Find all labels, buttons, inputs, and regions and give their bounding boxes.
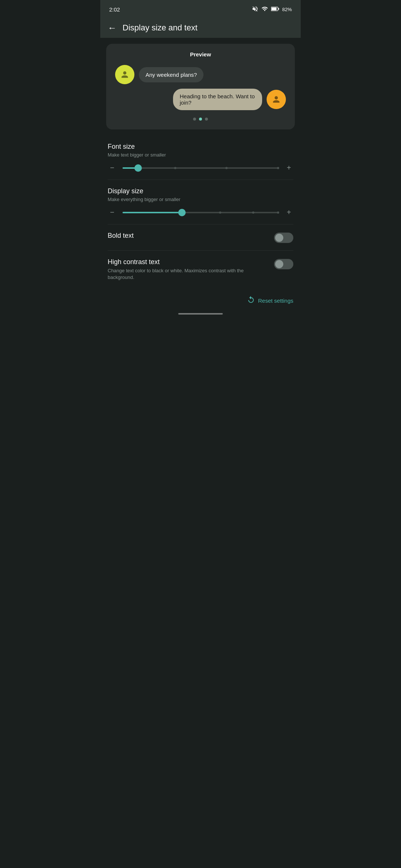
dot-1[interactable] [193,118,196,121]
home-indicator[interactable] [178,313,223,315]
high-contrast-subtitle: Change text color to black or white. Max… [108,267,268,281]
display-size-slider-track[interactable] [123,212,278,213]
display-size-subtitle: Make everything bigger or smaller [108,197,293,202]
svg-rect-1 [271,7,277,10]
preview-label: Preview [112,51,289,57]
high-contrast-text: High contrast text Change text color to … [108,258,274,281]
header: ← Display size and text [100,18,301,38]
chat-bubble-left: Any weekend plans? [139,67,203,82]
bottom-bar [100,309,301,317]
avatar-right [267,90,286,109]
chat-container: Any weekend plans? Heading to the beach.… [112,65,289,110]
wifi-icon [261,6,268,13]
high-contrast-title: High contrast text [108,258,268,266]
font-size-tick-2 [225,167,228,169]
display-size-increase-button[interactable]: + [284,208,293,217]
mute-icon [252,6,258,13]
font-size-decrease-button[interactable]: − [108,164,117,172]
pagination-dots [112,118,289,121]
dot-3[interactable] [205,118,208,121]
font-size-title: Font size [108,143,293,151]
font-size-subtitle: Make text bigger or smaller [108,152,293,158]
page-title: Display size and text [123,23,198,33]
display-size-title: Display size [108,187,293,195]
font-size-tick-3 [277,167,279,169]
bold-text-toggle-knob [275,234,283,242]
chat-bubble-right: Heading to the beach. Want to join? [173,89,262,110]
settings-content: Font size Make text bigger or smaller − … [100,135,301,309]
font-size-slider-track[interactable] [123,167,278,169]
high-contrast-toggle-knob [275,260,283,268]
avatar-left [115,65,134,84]
display-size-tick-1 [219,211,221,214]
bold-text-row: Bold text [108,224,293,251]
reset-settings-row[interactable]: Reset settings [108,288,293,309]
dot-2[interactable] [199,118,202,121]
status-time: 2:02 [109,6,120,13]
bold-text-text: Bold text [108,232,274,240]
display-size-tick-3 [277,211,279,214]
bold-text-title: Bold text [108,232,268,240]
preview-card: Preview Any weekend plans? Heading to th… [106,44,295,129]
bold-text-toggle[interactable] [274,233,293,243]
display-size-slider-thumb [178,209,186,216]
battery-icon [271,6,279,13]
font-size-tick-1 [174,167,176,169]
display-size-slider-fill [123,212,182,213]
display-size-section: Display size Make everything bigger or s… [108,180,293,224]
back-button[interactable]: ← [108,23,117,32]
high-contrast-row: High contrast text Change text color to … [108,251,293,288]
font-size-section: Font size Make text bigger or smaller − … [108,135,293,180]
chat-row-right: Heading to the beach. Want to join? [115,89,286,110]
display-size-decrease-button[interactable]: − [108,208,117,217]
reset-label[interactable]: Reset settings [258,297,293,304]
reset-icon [247,296,255,306]
status-bar: 2:02 82% [100,0,301,18]
svg-rect-2 [278,8,279,10]
font-size-increase-button[interactable]: + [284,164,293,172]
font-size-slider-thumb [134,164,142,172]
font-size-slider-row: − + [108,164,293,172]
display-size-tick-2 [252,211,254,214]
display-size-slider-row: − + [108,208,293,217]
chat-row-left: Any weekend plans? [115,65,286,84]
battery-percent: 82% [282,7,292,12]
high-contrast-toggle[interactable] [274,259,293,269]
status-icons: 82% [252,6,292,13]
